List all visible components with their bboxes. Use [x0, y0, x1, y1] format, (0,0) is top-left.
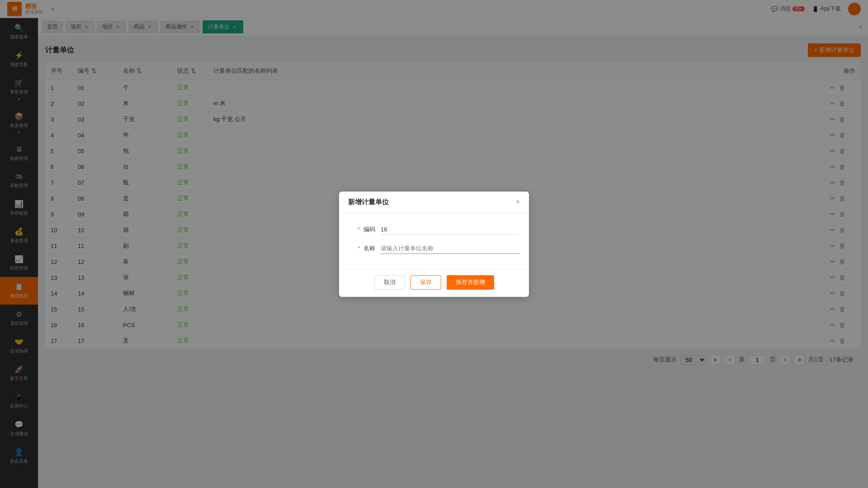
modal-overlay: 新增计量单位 × * 编码 * 名称 取消 保存 保存并新增 — [0, 0, 868, 488]
cancel-button[interactable]: 取消 — [374, 275, 405, 290]
name-input[interactable] — [381, 243, 520, 254]
form-label-name: * 名称 — [348, 244, 375, 253]
add-measure-unit-modal: 新增计量单位 × * 编码 * 名称 取消 保存 保存并新增 — [339, 192, 529, 297]
form-label-code: * 编码 — [348, 225, 375, 234]
required-star-code: * — [358, 226, 360, 233]
modal-body: * 编码 * 名称 — [339, 213, 529, 269]
save-button[interactable]: 保存 — [410, 275, 441, 290]
form-row-code: * 编码 — [348, 224, 520, 235]
modal-title: 新增计量单位 — [348, 198, 389, 206]
modal-close-btn[interactable]: × — [516, 198, 520, 206]
code-input[interactable] — [381, 224, 520, 235]
modal-footer: 取消 保存 保存并新增 — [339, 269, 529, 297]
modal-header: 新增计量单位 × — [339, 192, 529, 213]
required-star-name: * — [358, 245, 360, 252]
save-and-new-button[interactable]: 保存并新增 — [447, 275, 494, 290]
form-row-name: * 名称 — [348, 243, 520, 254]
name-label: 名称 — [363, 245, 375, 252]
code-label: 编码 — [363, 226, 375, 233]
